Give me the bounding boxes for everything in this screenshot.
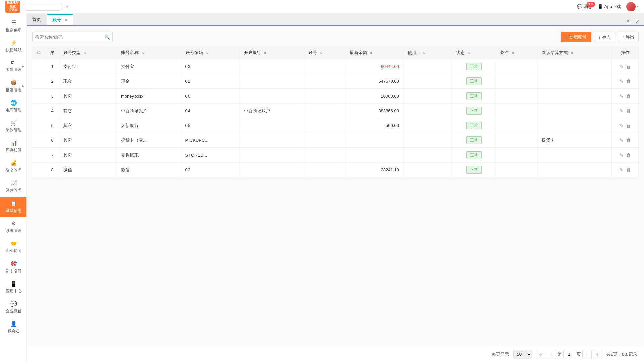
page-size-select[interactable]: 50 100 200 [513, 350, 532, 359]
edit-icon[interactable]: ✎ [619, 64, 624, 70]
user-avatar-button[interactable]: ▾ [626, 2, 639, 11]
row-bank: 中百商场账户 [239, 104, 304, 118]
sidebar-item-app-center[interactable]: 📱 应用中心 [0, 277, 26, 297]
export-button[interactable]: ↑ 导出 [618, 32, 639, 42]
col-default-settlement[interactable]: 默认结算方式 ⇅ [538, 46, 612, 59]
pager-last-button[interactable]: ⏭ [593, 350, 602, 359]
delete-icon[interactable]: 🗑 [626, 137, 631, 143]
sidebar-item-quick-nav[interactable]: ⚡ 快捷导航 [0, 36, 26, 56]
sidebar-item-search-menu[interactable]: ☰ 搜索菜单 [0, 16, 26, 36]
delete-icon[interactable]: 🗑 [626, 167, 631, 173]
pager-prev-button[interactable]: ‹ [547, 350, 556, 359]
edit-icon[interactable]: ✎ [619, 123, 624, 129]
col-usage[interactable]: 使用... ⇅ [403, 46, 451, 59]
table-header-row: ⚙ 序 账号类型 ⇅ 账号名称 ⇅ 账号编码 ⇅ 开户银行 ⇅ 账号 ⇅ 最新余… [32, 46, 639, 59]
status-badge: 正常 [466, 77, 482, 85]
row-code: 02 [181, 163, 239, 177]
row-code: 01 [181, 74, 239, 89]
row-balance [345, 148, 403, 163]
delete-icon[interactable]: 🗑 [626, 78, 631, 84]
search-input[interactable] [33, 35, 102, 40]
retail-arrow-icon: ▶ [22, 65, 24, 68]
purchase-mgmt-icon: 🛒 [10, 120, 17, 126]
row-bank [239, 59, 304, 74]
col-type[interactable]: 账号类型 ⇅ [59, 46, 117, 59]
col-status[interactable]: 状态 ⇅ [452, 46, 496, 59]
row-settings [32, 163, 46, 177]
row-usage [403, 118, 451, 133]
sidebar-item-business-mgmt[interactable]: 📈 经营管理 [0, 177, 26, 197]
sidebar-item-system-mgmt[interactable]: ⚙ 系统管理 [0, 217, 26, 237]
sidebar-item-enterprise-agreement[interactable]: 🤝 企业协同 [0, 237, 26, 257]
download-button[interactable]: 📱 App下载 [598, 4, 621, 10]
edit-icon[interactable]: ✎ [619, 152, 624, 158]
col-settings[interactable]: ⚙ [32, 46, 46, 59]
avatar-image [626, 2, 636, 11]
add-account-button[interactable]: + 新增账号 [561, 32, 591, 42]
col-code[interactable]: 账号编码 ⇅ [181, 46, 239, 59]
status-badge: 正常 [466, 122, 482, 129]
system-mgmt-icon: ⚙ [11, 220, 16, 227]
tab-home[interactable]: 首页 [27, 14, 46, 25]
tab-accounts-close[interactable]: ✕ [64, 18, 68, 22]
tab-minimize-button[interactable]: ✕ [624, 17, 632, 25]
col-index: 序 [46, 46, 59, 59]
edit-icon[interactable]: ✎ [619, 167, 624, 173]
sidebar-item-wholesale-mgmt[interactable]: 📦 批发管理 ▶ [0, 76, 26, 96]
code-sort-icon: ⇅ [205, 51, 208, 55]
delete-icon[interactable]: 🗑 [626, 108, 631, 114]
messages-button[interactable]: 💬 消息 99+ [577, 4, 592, 10]
delete-icon[interactable]: 🗑 [626, 152, 631, 158]
import-label: 导入 [602, 34, 611, 40]
edit-icon[interactable]: ✎ [619, 78, 624, 84]
sidebar-item-new-guide[interactable]: 🎯 新手引导 [0, 257, 26, 277]
download-icon: 📱 [598, 4, 603, 9]
import-button[interactable]: ↓ 导入 [594, 32, 615, 42]
col-account[interactable]: 账号 ⇅ [304, 46, 345, 59]
delete-icon[interactable]: 🗑 [626, 64, 631, 69]
col-name[interactable]: 账号名称 ⇅ [117, 46, 181, 59]
sidebar-item-purchase-mgmt[interactable]: 🛒 采购管理 [0, 116, 26, 136]
ecommerce-mgmt-icon: 🌐 [10, 100, 17, 106]
col-balance[interactable]: 最新余额 ⇅ [345, 46, 403, 59]
delete-icon[interactable]: 🗑 [626, 93, 631, 99]
col-remark[interactable]: 备注 ⇅ [496, 46, 538, 59]
row-index: 6 [46, 133, 59, 148]
table-row: 2 现金 现金 01 547670.00 正常 ✎ 🗑 [32, 74, 639, 89]
sidebar-item-ecommerce-mgmt[interactable]: 🌐 电商管理 [0, 96, 26, 116]
pager-first-button[interactable]: ⏮ [536, 350, 545, 359]
header-dropdown-icon[interactable]: ▾ [66, 3, 69, 10]
edit-icon[interactable]: ✎ [619, 137, 624, 143]
sidebar-item-basic-info[interactable]: 📋 基础信息 [0, 197, 26, 217]
main-layout: ☰ 搜索菜单 ⚡ 快捷导航 🛍 零售管理 ▶ 📦 批发管理 ▶ 🌐 电商管理 🛒… [0, 13, 644, 362]
page-label: 第 [557, 351, 562, 357]
row-settings [32, 104, 46, 118]
row-operations: ✎ 🗑 [612, 133, 639, 148]
sidebar-item-inventory-calc[interactable]: 📊 库存核算 [0, 136, 26, 157]
delete-icon[interactable]: 🗑 [626, 123, 631, 128]
page-footer: 每页显示 50 100 200 ⏮ ‹ 第 页 › ⏭ 共1页，8条记录 [27, 346, 644, 362]
sidebar-item-members[interactable]: 👤 畅会员 [0, 317, 26, 338]
tab-actions: ✕ ⤢ [624, 17, 644, 25]
row-index: 7 [46, 148, 59, 163]
row-status: 正常 [452, 118, 496, 133]
sidebar-item-finance-mgmt[interactable]: 💰 资金管理 [0, 157, 26, 177]
row-balance: 28241.10 [345, 163, 403, 177]
header-search-input[interactable] [23, 3, 63, 11]
tab-accounts[interactable]: 账号 ✕ [47, 14, 73, 25]
row-index: 1 [46, 59, 59, 74]
sidebar-item-enterprise-wechat[interactable]: 💬 企业微信 [0, 297, 26, 317]
col-bank[interactable]: 开户银行 ⇅ [239, 46, 304, 59]
pager-next-button[interactable]: › [582, 350, 592, 359]
table-row: 5 其它 大新银行 05 500.00 正常 ✎ 🗑 [32, 118, 639, 133]
row-name: moneybosx [117, 89, 181, 104]
page-number-input[interactable] [563, 350, 575, 359]
row-index: 3 [46, 89, 59, 104]
edit-icon[interactable]: ✎ [619, 93, 624, 99]
sidebar-item-retail-mgmt[interactable]: 🛍 零售管理 ▶ [0, 56, 26, 76]
search-button[interactable]: 🔍 [102, 32, 112, 42]
row-index: 4 [46, 104, 59, 118]
tab-maximize-button[interactable]: ⤢ [633, 17, 641, 25]
row-default-settlement [538, 104, 612, 118]
edit-icon[interactable]: ✎ [619, 108, 624, 114]
